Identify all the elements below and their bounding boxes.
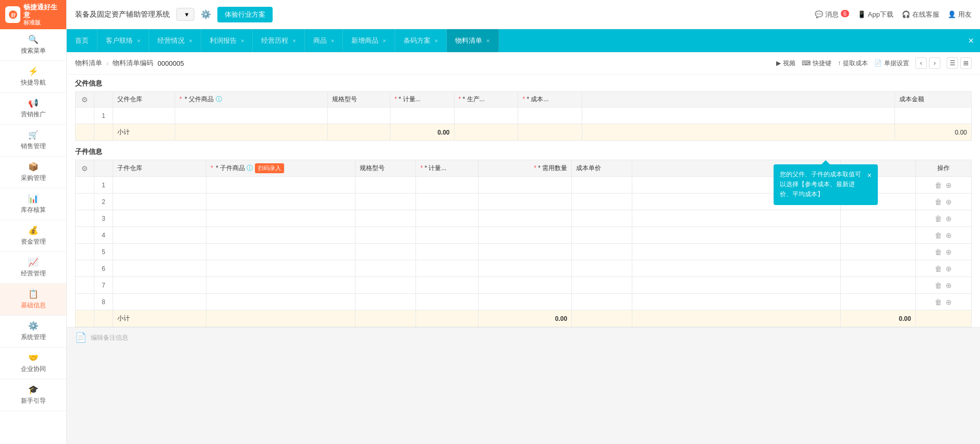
- child-col-action: 操作: [915, 160, 971, 177]
- sidebar-item-guide[interactable]: 🎓 新手引导: [0, 379, 66, 411]
- delete-icon[interactable]: 🗑: [935, 248, 942, 256]
- system-dropdown[interactable]: ▾: [176, 8, 194, 21]
- tab-profit[interactable]: 利润报告 ×: [201, 29, 253, 52]
- copy-icon[interactable]: ⊕: [946, 231, 952, 239]
- user-icon: 👤: [948, 10, 956, 18]
- breadcrumb-code-label: 物料清单编码: [113, 58, 153, 68]
- sidebar-item-system[interactable]: ⚙️ 系统管理: [0, 316, 66, 347]
- sidebar-item-inventory[interactable]: 📊 库存核算: [0, 188, 66, 220]
- parent-subtotal-row: 小计 0.00: [76, 124, 972, 141]
- tab-goods[interactable]: 商品 ×: [305, 29, 343, 52]
- svg-text:好: 好: [10, 13, 16, 18]
- close-page-btn[interactable]: ×: [962, 35, 980, 46]
- child-settings-gear-icon[interactable]: ⚙: [81, 164, 88, 173]
- close-new-goods-tab[interactable]: ×: [383, 38, 386, 44]
- parent-col-spec: 规格型号: [328, 92, 390, 107]
- table-row: 1: [76, 107, 972, 124]
- tab-barcode[interactable]: 条码方案 ×: [395, 29, 447, 52]
- topbar: 装备及固定资产辅助管理系统 ▾ ⚙️ 体验行业方案 💬 消息 6 📱 App下载…: [67, 0, 980, 29]
- copy-icon[interactable]: ⊕: [946, 281, 952, 290]
- content-area: 物料清单 › 物料清单编码 0000005 ▶ 视频 ⌨ 快捷键 ↑: [67, 52, 980, 444]
- sidebar-item-business[interactable]: 📈 经营管理: [0, 252, 66, 284]
- sidebar-item-basic[interactable]: 📋 基础信息: [0, 284, 66, 316]
- sidebar-nav: 🔍 搜索菜单 ⚡ 快捷导航 📢 营销推广 🛒 销售管理 📦 采购管理 📊 库存核…: [0, 29, 66, 444]
- child-col-goods: * * 子件商品 ⓘ 扫码录入: [206, 160, 355, 177]
- tab-business[interactable]: 经营情况 ×: [149, 29, 201, 52]
- megaphone-icon: 📢: [28, 98, 39, 108]
- delete-icon[interactable]: 🗑: [935, 181, 942, 189]
- nav-next-btn[interactable]: ›: [929, 57, 940, 69]
- shortcut-btn[interactable]: ⌨ 快捷键: [802, 59, 831, 68]
- copy-icon[interactable]: ⊕: [946, 181, 952, 189]
- sidebar-item-quicknav[interactable]: ⚡ 快捷导航: [0, 61, 66, 93]
- delete-icon[interactable]: 🗑: [935, 214, 942, 223]
- user-btn[interactable]: 👤 用友: [948, 10, 972, 19]
- close-business-tab[interactable]: ×: [189, 38, 192, 44]
- goods-info-icon[interactable]: ⓘ: [216, 95, 222, 103]
- copy-icon[interactable]: ⊕: [946, 298, 952, 306]
- list-view-btn[interactable]: ☰: [947, 57, 958, 69]
- close-profit-tab[interactable]: ×: [241, 38, 244, 44]
- child-col-unit-cost: 成本单价: [572, 160, 632, 177]
- copy-icon[interactable]: ⊕: [946, 248, 952, 256]
- trending-icon: 📈: [28, 257, 39, 267]
- delete-icon[interactable]: 🗑: [935, 281, 942, 290]
- parent-settings-gear-icon[interactable]: ⚙: [81, 95, 88, 104]
- delete-icon[interactable]: 🗑: [935, 298, 942, 306]
- message-icon: 💬: [815, 10, 823, 18]
- delete-icon[interactable]: 🗑: [935, 265, 942, 273]
- settings-icon[interactable]: ⚙️: [201, 9, 211, 19]
- copy-icon[interactable]: ⊕: [946, 214, 952, 223]
- breadcrumb-bar: 物料清单 › 物料清单编码 0000005 ▶ 视频 ⌨ 快捷键 ↑: [67, 52, 980, 75]
- sidebar-item-purchase[interactable]: 📦 采购管理: [0, 157, 66, 188]
- delete-icon[interactable]: 🗑: [935, 198, 942, 206]
- gear-icon: ⚙️: [28, 321, 39, 331]
- sidebar-item-sales[interactable]: 🛒 销售管理: [0, 125, 66, 157]
- parent-col-unit: * * 计量...: [390, 92, 454, 107]
- cart-icon: 🛒: [28, 130, 39, 140]
- cost-tooltip: × 您的父件、子件的成本取值可以选择【参考成本、最新进价、平均成本】: [774, 164, 878, 205]
- service-btn[interactable]: 🎧 在线客服: [902, 10, 939, 19]
- nav-prev-btn[interactable]: ‹: [915, 57, 927, 69]
- tooltip-close-btn[interactable]: ×: [867, 170, 872, 181]
- tab-customer[interactable]: 客户联络 ×: [97, 29, 149, 52]
- chart-icon: 📊: [28, 194, 39, 203]
- close-history-tab[interactable]: ×: [292, 38, 296, 44]
- close-barcode-tab[interactable]: ×: [435, 38, 438, 44]
- single-settings-btn[interactable]: 📄 单据设置: [874, 59, 909, 68]
- tab-history[interactable]: 经营历程 ×: [253, 29, 304, 52]
- close-customer-tab[interactable]: ×: [137, 38, 140, 44]
- scan-input-btn[interactable]: 扫码录入: [255, 163, 284, 173]
- sidebar-item-finance[interactable]: 💰 资金管理: [0, 220, 66, 252]
- tab-home[interactable]: 首页: [67, 29, 97, 52]
- parent-section-title: 父件信息: [75, 79, 972, 88]
- sidebar-item-corp[interactable]: 🤝 企业协同: [0, 347, 66, 379]
- topbar-left: 装备及固定资产辅助管理系统 ▾ ⚙️ 体验行业方案: [75, 7, 273, 22]
- headset-icon: 🎧: [902, 10, 910, 18]
- copy-icon[interactable]: ⊕: [946, 265, 952, 273]
- close-goods-tab[interactable]: ×: [331, 38, 334, 44]
- parent-col-cost: * * 成本...: [518, 92, 582, 107]
- logo-text: 畅捷通好生意 标准版: [23, 3, 61, 26]
- view-btn[interactable]: ▶ 视频: [776, 59, 795, 68]
- money-icon: 💰: [28, 225, 39, 235]
- delete-icon[interactable]: 🗑: [935, 231, 942, 239]
- app-download-btn[interactable]: 📱 App下载: [858, 10, 893, 19]
- toolbar-nav: ‹ ›: [915, 57, 940, 69]
- sidebar-item-marketing[interactable]: 📢 营销推广: [0, 93, 66, 125]
- clipboard-icon: 📋: [28, 289, 39, 299]
- trial-btn[interactable]: 体验行业方案: [217, 7, 273, 22]
- tab-new-goods[interactable]: 新增商品 ×: [343, 29, 395, 52]
- bottom-label: 编辑备注信息: [91, 333, 128, 342]
- close-material-tab[interactable]: ×: [486, 38, 489, 44]
- logo-icon: 好: [5, 6, 20, 23]
- child-goods-info-icon[interactable]: ⓘ: [247, 164, 253, 172]
- tab-material[interactable]: 物料清单 ×: [447, 29, 498, 52]
- chevron-down-icon: ▾: [185, 10, 189, 18]
- sidebar-item-search[interactable]: 🔍 搜索菜单: [0, 29, 66, 61]
- copy-icon[interactable]: ⊕: [946, 198, 952, 206]
- keyboard-icon: ⌨: [802, 59, 811, 67]
- grid-view-btn[interactable]: ⊞: [960, 57, 972, 69]
- extract-cost-btn[interactable]: ↑ 提取成本: [838, 59, 868, 68]
- message-btn[interactable]: 💬 消息 6: [815, 10, 849, 19]
